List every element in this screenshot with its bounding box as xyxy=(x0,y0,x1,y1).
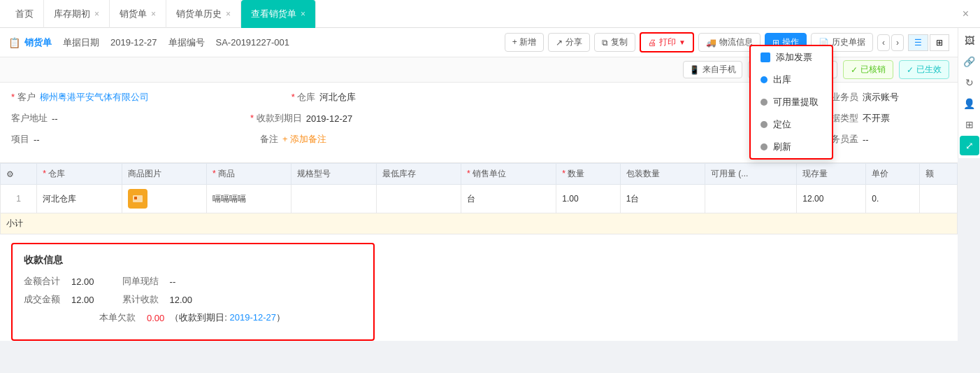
new-button[interactable]: + 新增 xyxy=(505,33,544,52)
right-link-btn[interactable]: 🔗 xyxy=(960,52,979,71)
th-warehouse: 仓库 xyxy=(37,164,122,185)
dropdown-warehouse-out[interactable]: 出库 xyxy=(751,69,832,91)
payment-this-order-value: 0.00 xyxy=(147,313,164,323)
view-toggle: ☰ ⊞ xyxy=(908,34,949,51)
right-expand-btn[interactable]: ⤢ xyxy=(960,136,979,155)
payment-row-3: 本单欠款 0.00 （收款到期日: 2019-12-27） xyxy=(24,311,362,324)
warehouse-out-label: 出库 xyxy=(773,73,791,86)
staff-field: 业务员 演示账号 xyxy=(831,91,946,104)
share-button[interactable]: ↗ 分享 xyxy=(548,33,590,52)
row-unit: 台 xyxy=(461,185,556,213)
dropdown-menu: 添加发票 出库 可用量提取 定位 刷新 xyxy=(749,45,833,160)
view-list-btn[interactable]: ☰ xyxy=(908,34,928,51)
view-grid-btn[interactable]: ⊞ xyxy=(930,34,949,51)
project-value: -- xyxy=(34,134,117,145)
due-date-value: 2019-12-27 xyxy=(306,113,390,124)
th-min-stock: 最低库存 xyxy=(376,164,461,185)
payment-this-order: 本单欠款 0.00 （收款到期日: 2019-12-27） xyxy=(99,311,285,324)
tab-view-sales[interactable]: 查看销货单 × xyxy=(241,0,316,28)
tab-sales-order[interactable]: 销货单 × xyxy=(110,0,166,28)
tab-home-label: 首页 xyxy=(15,8,34,20)
tab-home[interactable]: 首页 xyxy=(6,0,44,28)
right-panel: 🖼 🔗 ↻ 👤 ⊞ ⤢ xyxy=(958,28,980,158)
warehouse-label: 仓库 xyxy=(291,91,316,104)
row-num: 1 xyxy=(1,185,37,213)
doc-date-value: 2019-12-27 xyxy=(110,37,157,48)
doc-number-value: SA-20191227-001 xyxy=(216,37,290,48)
available-qty-icon xyxy=(761,99,768,106)
print-button[interactable]: 🖨 打印 ▼ xyxy=(640,32,694,52)
doc-meta: 单据日期 2019-12-27 单据编号 SA-20191227-001 xyxy=(63,36,289,49)
dropdown-refresh[interactable]: 刷新 xyxy=(751,136,832,158)
payment-box: 收款信息 金额合计 12.00 同单现结 -- 成交金额 12.00 xyxy=(11,243,375,341)
tab-sales-history-close[interactable]: × xyxy=(226,9,231,19)
address-field: 客户地址 -- xyxy=(11,112,136,125)
payment-title: 收款信息 xyxy=(24,254,362,267)
row-pack-qty: 1台 xyxy=(620,185,705,213)
th-unit: 销售单位 xyxy=(461,164,556,185)
table-row: 1 河北仓库 嗝嗝嗝嗝 xyxy=(1,185,958,213)
tab-sales-order-close[interactable]: × xyxy=(151,9,156,19)
settings-icon[interactable]: ⚙ xyxy=(6,169,14,179)
tab-view-sales-close[interactable]: × xyxy=(301,9,305,19)
refresh-label: 刷新 xyxy=(773,141,791,153)
tab-sales-history[interactable]: 销货单历史 × xyxy=(166,0,241,28)
staff-value: 演示账号 xyxy=(863,91,946,104)
payment-row-1: 金额合计 12.00 同单现结 -- xyxy=(24,275,362,288)
payment-cumulative-value: 12.00 xyxy=(170,295,193,305)
product-image xyxy=(128,189,147,209)
next-arrow[interactable]: › xyxy=(891,34,904,51)
doc-type-label: 销货单 xyxy=(24,36,52,49)
ticket-value: 不开票 xyxy=(863,112,946,125)
address-value: -- xyxy=(52,113,136,124)
row-spec xyxy=(291,185,376,213)
row-product: 嗝嗝嗝嗝 xyxy=(206,185,291,213)
staff-label: 业务员 xyxy=(831,91,858,104)
th-unit-price: 单价 xyxy=(866,164,920,185)
doc-date-label: 单据日期 xyxy=(63,36,99,49)
subtotal-cell: 小计 xyxy=(1,213,958,234)
prev-arrow[interactable]: ‹ xyxy=(877,34,890,51)
locate-label: 定位 xyxy=(773,118,791,131)
right-image-btn[interactable]: 🖼 xyxy=(960,31,979,50)
right-rotate-btn[interactable]: ↻ xyxy=(960,73,979,92)
th-pack-qty: 包装数量 xyxy=(620,164,705,185)
copy-button[interactable]: ⧉ 复制 xyxy=(594,33,635,52)
payment-transaction-label: 成交金额 xyxy=(24,293,66,306)
note-field: 备注 添加备注 xyxy=(260,133,326,146)
from-phone-button[interactable]: 📱 来自手机 xyxy=(683,61,742,78)
sold-check-icon: ✓ xyxy=(851,65,858,75)
payment-same-order-value: -- xyxy=(170,276,176,287)
doc-title: 📋 销货单 xyxy=(8,36,52,49)
payment-this-order-label: 本单欠款 xyxy=(99,311,141,324)
customer-value[interactable]: 柳州粤港平安气体有限公司 xyxy=(40,91,149,104)
project-field: 项目 -- xyxy=(11,133,117,146)
copy-icon: ⧉ xyxy=(602,38,608,48)
tab-inventory-label: 库存期初 xyxy=(54,8,90,20)
print-icon: 🖨 xyxy=(648,38,656,48)
row-min-stock xyxy=(376,185,461,213)
tab-inventory[interactable]: 库存期初 × xyxy=(44,0,110,28)
warehouse-field: 仓库 河北仓库 xyxy=(291,91,404,104)
th-spec: 规格型号 xyxy=(291,164,376,185)
th-quantity: 数量 xyxy=(556,164,620,185)
dropdown-locate[interactable]: 定位 xyxy=(751,113,832,136)
subtotal-row: 小计 xyxy=(1,213,958,234)
right-table-btn[interactable]: ⊞ xyxy=(960,115,979,134)
dropdown-add-invoice[interactable]: 添加发票 xyxy=(751,46,832,69)
payment-transaction: 成交金额 12.00 xyxy=(24,293,94,306)
phone-icon: 📱 xyxy=(689,65,700,75)
right-user-btn[interactable]: 👤 xyxy=(960,94,979,113)
print-dropdown-arrow: ▼ xyxy=(679,38,686,46)
tab-inventory-close[interactable]: × xyxy=(94,9,99,19)
add-note-button[interactable]: 添加备注 xyxy=(282,133,326,146)
staff2-value: -- xyxy=(863,134,946,145)
warehouse-out-icon xyxy=(761,76,768,83)
payment-same-order: 同单现结 -- xyxy=(122,275,176,288)
tab-view-sales-label: 查看销货单 xyxy=(251,8,296,20)
sold-button[interactable]: ✓ 已核销 xyxy=(843,60,893,79)
close-all-button[interactable]: × xyxy=(957,8,974,20)
effective-check-icon: ✓ xyxy=(907,65,914,75)
dropdown-available-qty[interactable]: 可用量提取 xyxy=(751,91,832,113)
effective-button[interactable]: ✓ 已生效 xyxy=(899,60,949,79)
